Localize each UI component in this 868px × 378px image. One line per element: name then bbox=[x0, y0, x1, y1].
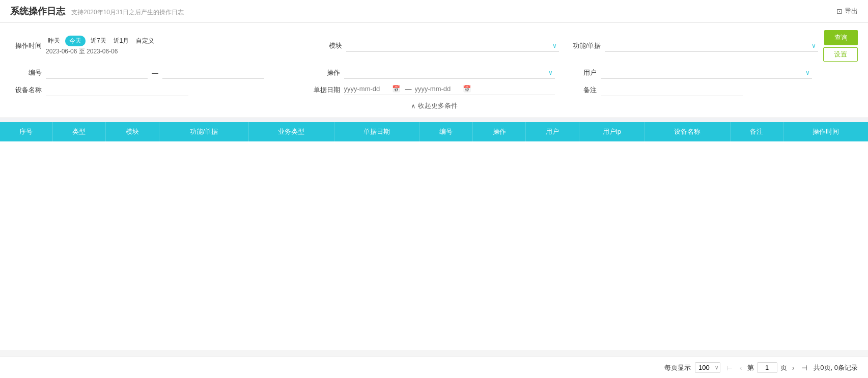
user-segment: 用户 ∨ bbox=[565, 67, 812, 79]
page-suffix-label: 页 bbox=[780, 363, 787, 372]
filter-row-1: 操作时间 昨天 今天 近7天 近1月 自定义 2023-06-06 至 2023… bbox=[10, 30, 858, 62]
doc-date-to-input[interactable] bbox=[415, 85, 461, 93]
col-device: 设备名称 bbox=[645, 122, 730, 141]
user-label: 用户 bbox=[565, 68, 601, 77]
col-serial: 序号 bbox=[0, 122, 52, 141]
function-label: 功能/单据 bbox=[569, 41, 605, 50]
empty-state bbox=[0, 141, 868, 294]
doc-date-separator: — bbox=[405, 85, 412, 93]
module-select[interactable] bbox=[346, 40, 559, 51]
device-label: 设备名称 bbox=[10, 85, 46, 95]
time-btn-yesterday[interactable]: 昨天 bbox=[46, 36, 62, 46]
collapse-row: ∧ 收起更多条件 bbox=[10, 101, 858, 110]
col-function: 功能/单据 bbox=[159, 122, 248, 141]
device-segment: 设备名称 bbox=[10, 84, 298, 96]
time-btn-1month[interactable]: 近1月 bbox=[111, 36, 131, 46]
col-user: 用户 bbox=[526, 122, 579, 141]
remark-segment: 备注 bbox=[565, 84, 812, 96]
serial-label: 编号 bbox=[10, 68, 46, 77]
doc-date-range: 📅 — 📅 bbox=[344, 85, 555, 95]
operation-select[interactable] bbox=[344, 67, 555, 78]
col-doc-date: 单据日期 bbox=[334, 122, 419, 141]
filter-row-3: 设备名称 单据日期 📅 — 📅 备注 bbox=[10, 84, 858, 96]
page-number-input[interactable] bbox=[757, 362, 777, 373]
per-page-label: 每页显示 bbox=[664, 363, 691, 372]
collapse-icon: ∧ bbox=[411, 102, 416, 110]
col-operation-time: 操作时间 bbox=[783, 122, 868, 141]
col-operation: 操作 bbox=[472, 122, 525, 141]
module-segment: 模块 ∨ bbox=[311, 40, 559, 52]
doc-date-from-input[interactable] bbox=[344, 85, 390, 93]
time-btn-custom[interactable]: 自定义 bbox=[134, 36, 156, 46]
module-label: 模块 bbox=[311, 41, 346, 50]
scrollbar-inner bbox=[0, 351, 815, 357]
serial-input-from[interactable] bbox=[46, 67, 148, 79]
doc-date-label: 单据日期 bbox=[309, 85, 344, 95]
action-buttons: 查询 设置 bbox=[823, 30, 858, 62]
first-page-button[interactable]: ⊢ bbox=[724, 363, 735, 373]
time-filter-segment: 操作时间 昨天 今天 近7天 近1月 自定义 2023-06-06 至 2023… bbox=[10, 36, 300, 56]
device-input[interactable] bbox=[46, 84, 188, 96]
page-size-wrapper: 10 20 50 100 200 ∨ bbox=[695, 362, 720, 373]
col-remark: 备注 bbox=[730, 122, 783, 141]
time-label: 操作时间 bbox=[10, 41, 46, 50]
function-dropdown-wrapper: ∨ bbox=[605, 40, 818, 52]
filter-area: 操作时间 昨天 今天 近7天 近1月 自定义 2023-06-06 至 2023… bbox=[0, 23, 868, 118]
scrollbar-area[interactable] bbox=[0, 351, 868, 357]
calendar-to-icon[interactable]: 📅 bbox=[463, 85, 471, 93]
pagination-nav: ⊢ ‹ 第 页 › ⊣ bbox=[724, 362, 809, 373]
table-header: 序号 类型 模块 功能/单据 业务类型 单据日期 编号 操作 用户 用户ip 设… bbox=[0, 122, 868, 141]
query-button[interactable]: 查询 bbox=[824, 30, 858, 45]
operation-label: 操作 bbox=[309, 68, 344, 77]
export-button[interactable]: ⊡ 导出 bbox=[836, 7, 858, 16]
page-subtitle: 支持2020年10月31日之后产生的操作日志 bbox=[71, 8, 184, 17]
collapse-button[interactable]: ∧ 收起更多条件 bbox=[411, 101, 458, 110]
time-btn-today[interactable]: 今天 bbox=[65, 36, 86, 46]
remark-input[interactable] bbox=[601, 84, 743, 96]
page-header: 系统操作日志 支持2020年10月31日之后产生的操作日志 ⊡ 导出 bbox=[0, 0, 868, 23]
col-module: 模块 bbox=[106, 122, 159, 141]
function-select[interactable] bbox=[605, 40, 818, 51]
collapse-label: 收起更多条件 bbox=[418, 101, 458, 110]
remark-label: 备注 bbox=[565, 85, 601, 95]
col-number: 编号 bbox=[419, 122, 472, 141]
next-page-button[interactable]: › bbox=[790, 363, 797, 373]
header-left: 系统操作日志 支持2020年10月31日之后产生的操作日志 bbox=[10, 5, 184, 17]
module-dropdown-wrapper: ∨ bbox=[346, 40, 559, 52]
time-filter-group: 昨天 今天 近7天 近1月 自定义 bbox=[46, 36, 156, 46]
pagination: 每页显示 10 20 50 100 200 ∨ ⊢ ‹ 第 页 › ⊣ 共0页,… bbox=[0, 357, 868, 378]
page-title: 系统操作日志 bbox=[10, 5, 65, 17]
table-header-row: 序号 类型 模块 功能/单据 业务类型 单据日期 编号 操作 用户 用户ip 设… bbox=[0, 122, 868, 141]
operation-segment: 操作 ∨ bbox=[309, 67, 555, 79]
col-user-ip: 用户ip bbox=[579, 122, 645, 141]
serial-input-to[interactable] bbox=[162, 67, 264, 79]
col-type: 类型 bbox=[52, 122, 105, 141]
export-label: 导出 bbox=[845, 7, 858, 16]
total-label: 共0页, 0条记录 bbox=[814, 363, 858, 372]
settings-button[interactable]: 设置 bbox=[823, 47, 858, 62]
prev-page-button[interactable]: ‹ bbox=[738, 363, 744, 373]
page-size-select[interactable]: 10 20 50 100 200 bbox=[695, 362, 720, 373]
user-dropdown-wrapper: ∨ bbox=[601, 67, 812, 79]
operation-dropdown-wrapper: ∨ bbox=[344, 67, 555, 79]
serial-dash: — bbox=[152, 69, 158, 77]
date-range-display: 2023-06-06 至 2023-06-06 bbox=[46, 47, 156, 56]
time-filter-wrapper: 昨天 今天 近7天 近1月 自定义 2023-06-06 至 2023-06-0… bbox=[46, 36, 156, 56]
function-segment: 功能/单据 ∨ bbox=[569, 40, 818, 52]
page-prefix-label: 第 bbox=[747, 363, 754, 372]
calendar-from-icon[interactable]: 📅 bbox=[392, 85, 400, 93]
user-select[interactable] bbox=[601, 67, 812, 78]
last-page-button[interactable]: ⊣ bbox=[799, 363, 809, 373]
time-btn-7days[interactable]: 近7天 bbox=[89, 36, 108, 46]
table-section: 序号 类型 模块 功能/单据 业务类型 单据日期 编号 操作 用户 用户ip 设… bbox=[0, 122, 868, 351]
filter-row-2: 编号 — 操作 ∨ 用户 bbox=[10, 67, 858, 79]
doc-date-segment: 单据日期 📅 — 📅 bbox=[309, 85, 555, 95]
col-business-type: 业务类型 bbox=[249, 122, 334, 141]
data-table: 序号 类型 模块 功能/单据 业务类型 单据日期 编号 操作 用户 用户ip 设… bbox=[0, 122, 868, 141]
export-icon: ⊡ bbox=[836, 7, 843, 15]
serial-segment: 编号 — bbox=[10, 67, 298, 79]
